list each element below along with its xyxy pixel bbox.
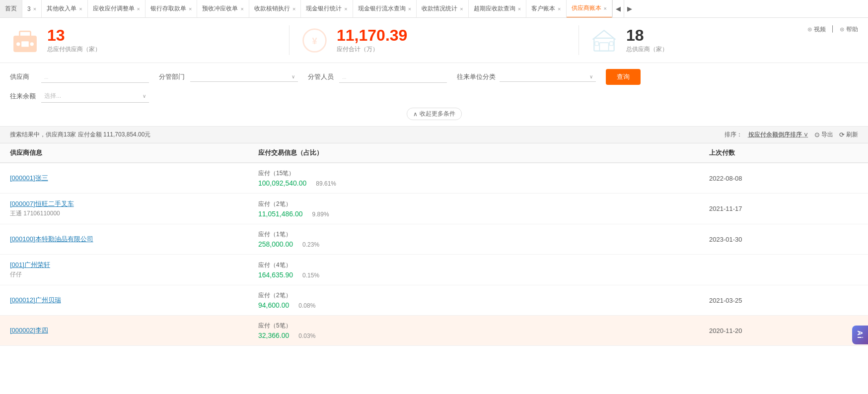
tx-amount[interactable]: 100,092,540.00	[258, 179, 306, 187]
close-icon[interactable]: ×	[518, 6, 521, 12]
stat-info-amount: 11,170.39 应付合计（万）	[337, 27, 407, 54]
person-input[interactable]: ...	[339, 71, 447, 83]
tx-row: 11,051,486.00 9.89%	[258, 210, 709, 218]
dept-filter-label: 分管部门	[159, 72, 186, 81]
supplier-sub: 仔仔	[10, 270, 258, 279]
help-link[interactable]: ⊙ 帮助	[840, 25, 858, 34]
nav-tab-cash-bank-flow-label: 现金银行流水查询	[358, 4, 406, 13]
nav-tab-overdue-query[interactable]: 超期应收款查询 ×	[469, 0, 526, 18]
ai-assistant-badge[interactable]: Ai	[852, 326, 868, 344]
close-icon[interactable]: ×	[408, 6, 411, 12]
table-row: [000001]张三 应付（15笔） 100,092,540.00 89.61%…	[0, 163, 868, 194]
close-icon[interactable]: ×	[344, 6, 347, 12]
collapse-button[interactable]: ∧ 收起更多条件	[407, 108, 462, 120]
sort-value: 按应付余额倒序排序	[748, 131, 802, 138]
supplier-sub: 王通 17106110000	[10, 209, 258, 218]
close-icon[interactable]: ×	[240, 6, 243, 12]
collapse-bar: ∧ 收起更多条件	[10, 108, 858, 120]
export-button[interactable]: ⊙ 导出	[814, 131, 833, 139]
nav-tab-customer-account-label: 客户账本	[531, 4, 555, 13]
tx-info-cell: 应付（5笔） 32,366.00 0.03%	[258, 322, 709, 339]
supplier-link[interactable]: [001]广州荣轩	[10, 261, 258, 269]
close-icon[interactable]: ×	[460, 6, 463, 12]
tx-amount[interactable]: 164,635.90	[258, 271, 293, 279]
results-actions: 排序： 按应付余额倒序排序 ∨ ⊙ 导出 ⟳ 刷新	[724, 131, 858, 139]
svg-text:¥: ¥	[312, 35, 317, 46]
sort-label: 排序：	[724, 131, 742, 139]
refresh-label: 刷新	[846, 131, 858, 139]
refresh-button[interactable]: ⟳ 刷新	[839, 131, 858, 139]
supplier-link[interactable]: [000012]广州贝瑞	[10, 296, 258, 305]
tx-percent: 9.89%	[312, 211, 329, 218]
tx-row: 32,366.00 0.03%	[258, 331, 709, 339]
nav-tab-ap-adjust[interactable]: 应收应付调整单 ×	[88, 0, 145, 18]
stat-block-amount: ¥ 11,170.39 应付合计（万）	[299, 25, 549, 55]
close-icon[interactable]: ×	[137, 6, 140, 12]
supplier-input[interactable]: ...	[41, 71, 149, 83]
nav-tab-other-income[interactable]: 其他收入单 ×	[42, 0, 87, 18]
close-icon[interactable]: ×	[604, 5, 607, 11]
unit-category-label: 往来单位分类	[457, 72, 496, 81]
supplier-info-cell: [000012]广州贝瑞	[10, 296, 258, 305]
last-payment-cell: 2021-03-25	[709, 297, 858, 304]
supplier-link[interactable]: [000100]本特勤油品有限公司	[10, 235, 258, 244]
dept-select[interactable]: ∨	[190, 72, 298, 82]
supplier-link[interactable]: [000001]张三	[10, 174, 258, 183]
stat-info-total: 18 总供应商（家）	[626, 27, 668, 54]
supplier-filter-label: 供应商	[10, 72, 37, 81]
close-icon[interactable]: ×	[79, 6, 82, 12]
nav-prev-arrow[interactable]: ◀	[612, 0, 624, 18]
nav-tab-cash-bank-flow[interactable]: 现金银行流水查询 ×	[353, 0, 417, 18]
tx-row: 164,635.90 0.15%	[258, 271, 709, 279]
nav-tab-receipt-verify-label: 收款核销执行	[254, 4, 290, 13]
table-row: [000002]李四 应付（5笔） 32,366.00 0.03% 2020-1…	[0, 316, 868, 346]
amount-icon: ¥	[299, 25, 329, 55]
person-input-dots: ...	[342, 74, 346, 80]
svg-point-3	[16, 42, 20, 46]
filter-unit-category: 往来单位分类 ∨	[457, 72, 596, 82]
chevron-down-icon-2: ∨	[589, 74, 593, 79]
nav-tab-home[interactable]: 首页	[0, 0, 22, 18]
close-icon[interactable]: ×	[189, 6, 192, 12]
supplier-info-cell: [001]广州荣轩 仔仔	[10, 261, 258, 279]
nav-tab-home-label: 首页	[5, 4, 17, 13]
last-payment-cell: 2022-08-08	[709, 175, 858, 182]
svg-point-4	[30, 42, 33, 46]
sort-select[interactable]: 按应付余额倒序排序 ∨	[748, 131, 808, 139]
supplier-info-cell: [000100]本特勤油品有限公司	[10, 235, 258, 244]
nav-tab-advance-collect[interactable]: 预收冲应收单 ×	[197, 0, 249, 18]
nav-tab-3[interactable]: 3 ×	[22, 0, 42, 18]
nav-tab-bank-deposit[interactable]: 银行存取款单 ×	[145, 0, 197, 18]
person-filter-label: 分管人员	[308, 72, 335, 81]
search-button[interactable]: 查询	[606, 69, 641, 85]
supplier-info-cell: [000001]张三	[10, 174, 258, 183]
filter-person: 分管人员 ...	[308, 71, 447, 83]
stat-info-suppliers: 13 总应付供应商（家）	[47, 27, 101, 54]
stat-block-suppliers: 13 总应付供应商（家）	[10, 25, 259, 55]
tx-amount[interactable]: 94,600.00	[258, 301, 289, 309]
nav-next-arrow[interactable]: ▶	[624, 0, 635, 18]
filter-row-1: 供应商 ... 分管部门 ∨ 分管人员 ...	[10, 69, 858, 85]
table-row: [000100]本特勤油品有限公司 应付（1笔） 258,000.00 0.23…	[0, 224, 868, 255]
supplier-link[interactable]: [000002]李四	[10, 326, 258, 335]
close-icon[interactable]: ×	[292, 6, 295, 12]
balance-select[interactable]: 选择... ∨	[41, 90, 149, 103]
supplier-link[interactable]: [000007]恒旺二手叉车	[10, 199, 258, 208]
unit-category-select[interactable]: ∨	[500, 72, 596, 82]
tx-amount[interactable]: 32,366.00	[258, 331, 289, 339]
col-header-tx: 应付交易信息（占比）	[258, 148, 709, 157]
nav-tab-overdue-query-label: 超期应收款查询	[474, 4, 515, 13]
tx-row: 258,000.00 0.23%	[258, 240, 709, 248]
nav-tab-cash-bank-stat[interactable]: 现金银行统计 ×	[301, 0, 353, 18]
filter-balance: 往来余额 选择... ∨	[10, 90, 149, 103]
close-icon[interactable]: ×	[558, 6, 561, 12]
close-icon[interactable]: ×	[33, 6, 36, 12]
stat-label-suppliers: 总应付供应商（家）	[47, 45, 101, 54]
nav-tab-receipt-verify[interactable]: 收款核销执行 ×	[249, 0, 301, 18]
nav-tab-collection-stat[interactable]: 收款情况统计 ×	[417, 0, 468, 18]
tx-amount[interactable]: 258,000.00	[258, 240, 293, 248]
video-link[interactable]: ⊙ 视频	[807, 25, 826, 34]
tx-amount[interactable]: 11,051,486.00	[258, 210, 303, 218]
nav-tab-supplier-account[interactable]: 供应商账本 ×	[567, 0, 612, 18]
nav-tab-customer-account[interactable]: 客户账本 ×	[526, 0, 566, 18]
